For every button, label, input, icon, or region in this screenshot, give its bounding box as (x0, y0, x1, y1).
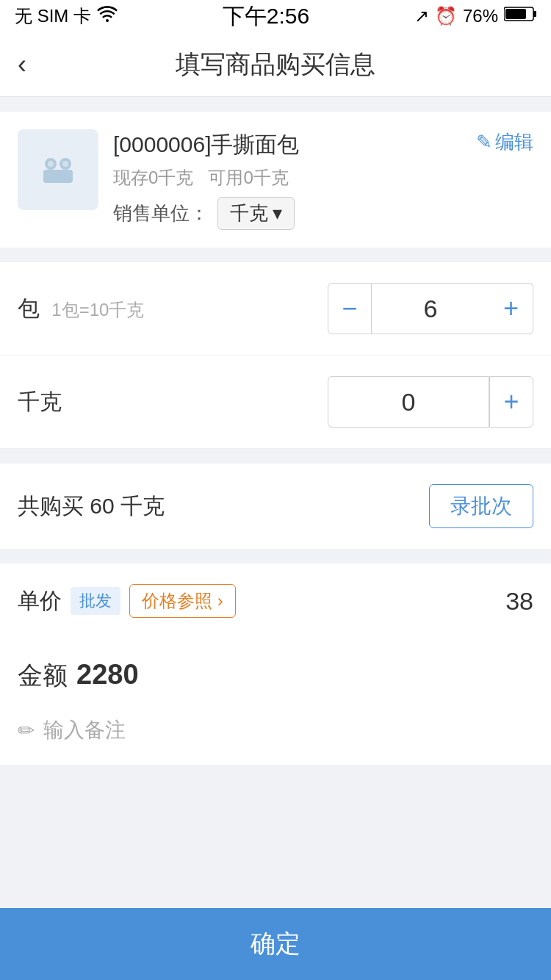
wifi-icon (97, 6, 118, 26)
total-row: 共购买 60 千克 录批次 (0, 464, 551, 549)
price-ref-button[interactable]: 价格参照 › (129, 584, 236, 618)
remark-placeholder: 输入备注 (43, 716, 126, 744)
product-logo-icon (36, 148, 80, 192)
quantity-control-kg: + (328, 376, 533, 428)
spacer (0, 765, 551, 853)
quantity-control-bao: − + (328, 283, 533, 334)
quantity-section: 包 1包=10千克 − + 千克 + (0, 262, 551, 449)
quantity-row-bao: 包 1包=10千克 − + (0, 262, 551, 356)
pencil-icon: ✏ (18, 718, 35, 743)
battery-icon (504, 6, 536, 26)
product-name: [0000006]手撕面包 (113, 129, 533, 160)
quantity-label-bao: 包 1包=10千克 (18, 294, 328, 324)
svg-point-6 (48, 161, 54, 167)
amount-label: 金额 (18, 659, 68, 693)
battery-label: 76% (463, 6, 498, 26)
total-label: 共购买 60 千克 (18, 491, 165, 522)
alarm-icon: ⏰ (435, 6, 457, 26)
amount-row: 金额 2280 (18, 659, 533, 693)
product-card: [0000006]手撕面包 现存0千克 可用0千克 销售单位： 千克 ▾ ✎ 编… (0, 112, 551, 248)
confirm-button[interactable]: 确定 (251, 927, 300, 961)
increase-bao-button[interactable]: + (489, 283, 533, 334)
svg-rect-1 (533, 11, 536, 17)
product-unit-row: 销售单位： 千克 ▾ (113, 197, 533, 230)
quantity-label-kg: 千克 (18, 387, 328, 417)
decrease-bao-button[interactable]: − (328, 283, 372, 334)
increase-kg-button[interactable]: + (489, 376, 533, 428)
quantity-row-kg: 千克 + (0, 356, 551, 449)
sim-label: 无 SIM 卡 (15, 4, 91, 28)
status-time: 下午2:56 (223, 1, 309, 32)
edit-icon: ✎ (476, 131, 492, 154)
price-label: 单价 批发 价格参照 › (18, 584, 236, 618)
price-tag: 批发 (71, 587, 120, 615)
quantity-bao-input[interactable] (372, 283, 489, 334)
svg-rect-2 (505, 9, 526, 19)
confirm-bar[interactable]: 确定 (0, 908, 551, 980)
svg-point-7 (62, 161, 68, 167)
back-button[interactable]: ‹ (18, 49, 26, 80)
unit-label: 销售单位： (113, 201, 209, 226)
amount-section: 金额 2280 ✏ 输入备注 (0, 638, 551, 765)
quantity-hint-bao: 1包=10千克 (51, 300, 144, 320)
nav-bar: ‹ 填写商品购买信息 (0, 32, 551, 97)
page-title: 填写商品购买信息 (176, 48, 375, 82)
status-bar: 无 SIM 卡 下午2:56 ↗ ⏰ 76% (0, 0, 551, 32)
product-info: [0000006]手撕面包 现存0千克 可用0千克 销售单位： 千克 ▾ (113, 129, 533, 230)
unit-selector[interactable]: 千克 ▾ (217, 197, 295, 230)
quantity-kg-input[interactable] (328, 376, 489, 428)
amount-value: 2280 (76, 659, 139, 691)
remark-row[interactable]: ✏ 输入备注 (18, 702, 533, 765)
batch-button[interactable]: 录批次 (429, 484, 533, 528)
dropdown-icon: ▾ (273, 202, 282, 225)
price-section: 单价 批发 价格参照 › 38 (0, 563, 551, 638)
product-stock: 现存0千克 可用0千克 (113, 166, 533, 190)
status-right: ↗ ⏰ 76% (414, 6, 536, 26)
svg-rect-5 (43, 170, 73, 183)
product-thumbnail (18, 129, 98, 210)
status-left: 无 SIM 卡 (15, 4, 118, 28)
location-icon: ↗ (414, 6, 429, 26)
edit-button[interactable]: ✎ 编辑 (476, 129, 533, 155)
price-value: 38 (505, 587, 533, 616)
